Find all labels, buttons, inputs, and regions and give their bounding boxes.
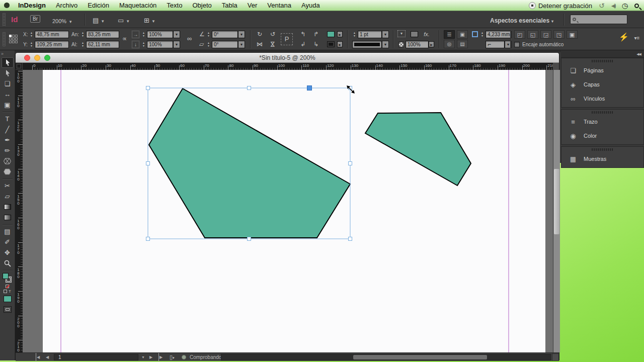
menu-ayuda[interactable]: Ayuda (296, 2, 325, 9)
width-field[interactable]: 83,25 mm (86, 31, 119, 38)
scissors-tool[interactable]: ✂ (2, 180, 14, 191)
effects-button[interactable]: fx. (422, 30, 432, 38)
dock-group-grip[interactable] (592, 148, 614, 151)
minimize-button[interactable] (34, 55, 40, 61)
selection-tool[interactable] (2, 57, 14, 68)
formatting-text-icon[interactable]: T (9, 289, 11, 294)
width-stepper[interactable]: ▲▼ (80, 31, 85, 38)
fill-color-swatch[interactable] (327, 31, 335, 37)
selection-handle[interactable] (349, 162, 352, 165)
control-panel-menu-icon[interactable]: ▾≡ (632, 34, 642, 42)
menu-objeto[interactable]: Objeto (187, 2, 216, 9)
menu-maquetacion[interactable]: Maquetación (114, 2, 162, 9)
select-container-button[interactable]: P (281, 33, 293, 45)
stroke-color-swatch[interactable] (327, 41, 335, 47)
rotation-stepper[interactable]: ▲▼ (206, 31, 211, 38)
opacity-flyout[interactable]: ▶ (429, 41, 434, 47)
scale-y-dropdown[interactable]: ▼ (173, 41, 180, 48)
polygon-tool[interactable] (2, 166, 14, 177)
appbar-grip[interactable] (3, 13, 6, 26)
stop-recording-button[interactable]: Detener grabación (529, 2, 592, 10)
arrange-documents-dropdown[interactable]: ⊞▼ (144, 16, 155, 25)
hand-tool[interactable]: ✥ (2, 247, 14, 258)
reference-point-proxy[interactable] (9, 35, 18, 43)
scale-y-field[interactable]: 100% (147, 41, 173, 48)
search-input[interactable] (570, 15, 627, 24)
eyedropper-tool[interactable]: ✐ (2, 237, 14, 247)
selection-handle-active[interactable] (307, 86, 312, 90)
stroke-flyout[interactable]: ▶ (337, 41, 343, 47)
corner-options-icon[interactable] (472, 31, 478, 37)
page-number-field[interactable]: 1 (54, 354, 138, 360)
panel-color[interactable]: ◉Color (561, 129, 643, 143)
wrap-bounding-box-button[interactable]: ▣ (457, 30, 468, 39)
flip-horizontal-button[interactable]: ⋈ (255, 40, 265, 48)
document-titlebar[interactable]: *Sin título-5 @ 200% (16, 53, 559, 63)
object-style-icon[interactable]: ▾ (397, 30, 406, 37)
frame-fit-button-1[interactable]: ◰ (514, 30, 525, 39)
panel-muestras[interactable]: ▦Muestras (561, 152, 643, 166)
shear-field[interactable]: 0° (212, 41, 238, 48)
y-stepper[interactable]: ▲▼ (29, 41, 34, 48)
selection-handle[interactable] (146, 237, 150, 241)
horizontal-scrollbar[interactable] (221, 354, 551, 360)
panel-trazo[interactable]: ≡Trazo (561, 115, 643, 129)
autofit-checkbox[interactable] (514, 42, 520, 47)
zoom-tool[interactable] (2, 258, 14, 268)
zoom-window-button[interactable] (44, 55, 50, 61)
pen-tool[interactable]: ✒ (2, 135, 14, 145)
selection-handle[interactable] (248, 86, 251, 90)
menu-archivo[interactable]: Archivo (51, 2, 83, 9)
vertical-scroll-thumb[interactable] (554, 169, 559, 234)
note-tool[interactable]: ▤ (2, 226, 14, 237)
frame-fit-button-2[interactable]: ◱ (527, 30, 538, 39)
menu-indesign[interactable]: InDesign (13, 2, 51, 9)
rotation-dropdown[interactable]: ▼ (238, 31, 245, 38)
pencil-tool[interactable]: ✏ (2, 145, 14, 156)
height-field[interactable]: 62,11 mm (86, 41, 119, 48)
x-stepper[interactable]: ▲▼ (29, 31, 34, 38)
tools-collapse-button[interactable]: » (0, 50, 15, 57)
content-collector-tool[interactable]: ▣ (2, 100, 14, 110)
selection-handle[interactable] (146, 162, 150, 165)
shear-dropdown[interactable]: ▼ (238, 41, 245, 48)
window-resize-grip[interactable] (552, 353, 559, 361)
line-tool[interactable]: ╱ (2, 124, 14, 135)
rotate-ccw-button[interactable]: ↺ (268, 30, 278, 38)
document-canvas[interactable] (23, 70, 553, 352)
stroke-weight-field[interactable]: 1 pt (358, 31, 382, 38)
y-field[interactable]: 109,25 mm (35, 41, 69, 48)
flip-vertical-button[interactable]: ⋈ (269, 39, 277, 49)
rotation-field[interactable]: 0° (212, 31, 238, 38)
wrap-object-shape-button[interactable]: ◎ (444, 40, 455, 48)
direct-selection-tool[interactable] (2, 68, 14, 78)
stroke-weight-stepper[interactable]: ▲▼ (352, 31, 357, 38)
selection-handle[interactable] (248, 237, 251, 241)
select-previous-object-button[interactable]: ↰ (298, 30, 308, 38)
page-tool[interactable]: ❏ (2, 78, 14, 89)
formatting-container-icon[interactable] (4, 290, 7, 293)
zoom-level-dropdown[interactable]: 200%▼ (52, 16, 72, 25)
apply-color-button[interactable] (4, 296, 12, 302)
gradient-tool[interactable] (2, 202, 14, 212)
horizontal-scroll-thumb[interactable] (353, 355, 487, 359)
menu-tabla[interactable]: Tabla (217, 2, 243, 9)
control-grip[interactable] (3, 32, 6, 46)
menu-edicion[interactable]: Edición (83, 2, 114, 9)
scale-x-field[interactable]: 100% (147, 31, 173, 38)
page-dropdown[interactable]: ▼ (141, 353, 145, 361)
stroke-type-swatch[interactable] (352, 41, 382, 48)
select-content-button[interactable]: ↲ (298, 40, 308, 48)
type-tool[interactable]: T (2, 114, 14, 124)
frame-fit-button-3[interactable]: ◲ (540, 30, 551, 39)
workspace-switcher[interactable]: Aspectos esenciales▾ (490, 16, 553, 25)
frame-fit-button-5[interactable]: ▣ (567, 30, 578, 39)
screen-mode-button[interactable] (4, 306, 12, 313)
time-machine-icon[interactable]: ↺ (599, 2, 605, 10)
rotate-cw-button[interactable]: ↻ (255, 30, 265, 38)
clock-icon[interactable]: ◷ (622, 2, 628, 10)
corner-shape-swatch[interactable]: ⌐ (486, 41, 505, 48)
fill-stroke-proxy[interactable] (2, 273, 14, 284)
polygon-frame-tool[interactable] (2, 156, 14, 166)
quick-apply-icon[interactable]: ⚡ (619, 33, 629, 41)
